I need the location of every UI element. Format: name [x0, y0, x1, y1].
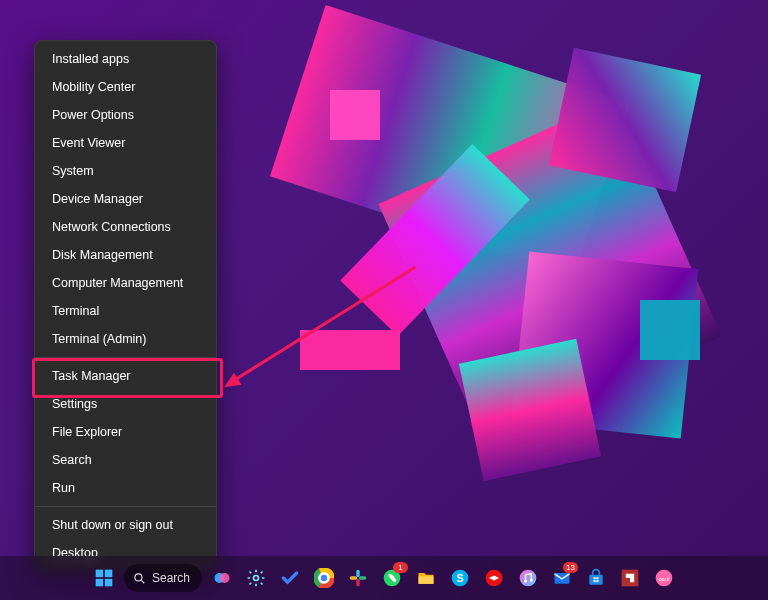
svg-rect-30 — [594, 580, 596, 582]
svg-rect-2 — [96, 579, 104, 587]
menu-item-event-viewer[interactable]: Event Viewer — [38, 129, 213, 157]
svg-rect-28 — [594, 577, 596, 579]
taskbar-skype[interactable]: S — [446, 564, 474, 592]
badge: 1 — [393, 562, 408, 573]
svg-rect-27 — [589, 575, 602, 585]
taskbar-whatsapp[interactable]: 1 — [378, 564, 406, 592]
svg-rect-19 — [419, 576, 434, 584]
wallpaper-art — [640, 300, 700, 360]
menu-separator — [35, 357, 216, 358]
taskbar-mail-red[interactable] — [480, 564, 508, 592]
taskbar-search[interactable]: Search — [124, 564, 202, 592]
svg-rect-14 — [356, 570, 359, 578]
taskbar-slack[interactable] — [344, 564, 372, 592]
svg-text:S: S — [456, 572, 463, 584]
svg-rect-31 — [596, 580, 598, 582]
taskbar-copilot[interactable] — [208, 564, 236, 592]
menu-item-run[interactable]: Run — [38, 474, 213, 502]
menu-item-settings[interactable]: Settings — [38, 390, 213, 418]
taskbar-mail[interactable]: 13 — [548, 564, 576, 592]
svg-point-24 — [524, 580, 527, 583]
taskbar: Search1S13osu! — [0, 556, 768, 600]
menu-item-installed-apps[interactable]: Installed apps — [38, 45, 213, 73]
menu-item-shut-down[interactable]: Shut down or sign out — [38, 511, 213, 539]
svg-rect-17 — [359, 576, 367, 579]
svg-point-25 — [530, 579, 533, 582]
menu-item-terminal[interactable]: Terminal — [38, 297, 213, 325]
taskbar-store[interactable] — [582, 564, 610, 592]
taskbar-osu[interactable]: osu! — [650, 564, 678, 592]
menu-item-mobility-center[interactable]: Mobility Center — [38, 73, 213, 101]
svg-point-23 — [520, 570, 537, 587]
menu-item-computer-management[interactable]: Computer Management — [38, 269, 213, 297]
svg-point-4 — [135, 574, 142, 581]
wallpaper-art — [330, 90, 380, 140]
svg-point-7 — [254, 576, 259, 581]
svg-point-6 — [220, 573, 230, 583]
taskbar-start[interactable] — [90, 564, 118, 592]
taskbar-settings[interactable] — [242, 564, 270, 592]
menu-item-search[interactable]: Search — [38, 446, 213, 474]
taskbar-todo[interactable] — [276, 564, 304, 592]
menu-item-task-manager[interactable]: Task Manager — [38, 362, 213, 390]
svg-rect-3 — [105, 579, 113, 587]
wallpaper-art — [459, 339, 601, 481]
svg-rect-29 — [596, 577, 598, 579]
menu-item-system[interactable]: System — [38, 157, 213, 185]
svg-rect-0 — [96, 570, 104, 578]
taskbar-itunes[interactable] — [514, 564, 542, 592]
wallpaper-art — [300, 330, 400, 370]
menu-item-network-connections[interactable]: Network Connections — [38, 213, 213, 241]
menu-item-file-explorer[interactable]: File Explorer — [38, 418, 213, 446]
badge: 13 — [563, 562, 578, 573]
svg-rect-1 — [105, 570, 113, 578]
winx-context-menu: Installed appsMobility CenterPower Optio… — [34, 40, 217, 572]
menu-separator — [35, 506, 216, 507]
taskbar-search-label: Search — [152, 571, 190, 585]
taskbar-amd[interactable] — [616, 564, 644, 592]
menu-item-terminal-admin[interactable]: Terminal (Admin) — [38, 325, 213, 353]
svg-rect-15 — [350, 576, 358, 579]
taskbar-explorer[interactable] — [412, 564, 440, 592]
taskbar-chrome[interactable] — [310, 564, 338, 592]
menu-item-device-manager[interactable]: Device Manager — [38, 185, 213, 213]
menu-item-power-options[interactable]: Power Options — [38, 101, 213, 129]
menu-item-disk-management[interactable]: Disk Management — [38, 241, 213, 269]
svg-text:osu!: osu! — [659, 576, 670, 582]
svg-rect-16 — [356, 579, 359, 587]
